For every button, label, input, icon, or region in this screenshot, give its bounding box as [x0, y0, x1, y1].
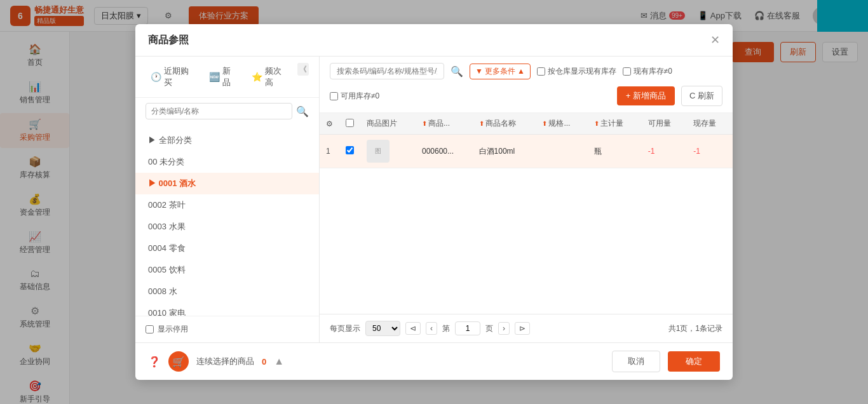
star-icon: ⭐	[252, 72, 262, 82]
row-num: 1	[320, 135, 339, 168]
product-search-input[interactable]	[330, 63, 444, 79]
modal-body: 🕐 近期购买 🆕 新品 ⭐ 频次高 《 🔍	[135, 57, 733, 342]
filter-more-button[interactable]: ▼ 更多条件 ▲	[470, 64, 531, 79]
sort-icon-code: ⬆	[422, 120, 427, 127]
modal-header: 商品参照 ✕	[135, 24, 733, 57]
category-list: ▶ 全部分类 00 未分类 ▶ 0001 酒水 0002 茶叶 0003 水果	[135, 125, 319, 316]
footer-collapse-button[interactable]: ▲	[274, 356, 284, 367]
category-search-button[interactable]: 🔍	[296, 105, 309, 118]
category-item-unclassified[interactable]: 00 未分类	[135, 151, 319, 173]
product-image: 图	[367, 140, 390, 163]
th-spec[interactable]: ⬆ 规格...	[536, 113, 588, 135]
product-search-button[interactable]: 🔍	[451, 65, 463, 77]
category-item-tea[interactable]: 0002 茶叶	[135, 194, 319, 216]
row-spec	[536, 135, 588, 168]
th-name[interactable]: ⬆ 商品名称	[473, 113, 536, 135]
product-reference-modal: 商品参照 ✕ 🕐 近期购买 🆕 新品 ⭐ 频次高	[135, 24, 733, 380]
category-item-liquor[interactable]: ▶ 0001 酒水	[135, 173, 319, 194]
category-item-beverage[interactable]: 0005 饮料	[135, 259, 319, 281]
prev-page-button[interactable]: ‹	[426, 322, 437, 335]
new-icon: 🆕	[209, 72, 220, 82]
category-item-snack[interactable]: 0004 零食	[135, 238, 319, 259]
category-search-area: 🔍	[135, 98, 319, 125]
th-available: 可用量	[642, 113, 688, 135]
modal-right-panel: 🔍 ▼ 更多条件 ▲ 按仓库显示现有库存 现有库存≠0	[320, 57, 733, 342]
collapse-panel-button[interactable]: 《	[297, 63, 309, 76]
modal-footer: ❓ 🛒 连续选择的商品 0 ▲ 取消 确定	[135, 342, 733, 380]
table-header-row: ⚙ 商品图片 ⬆ 商品...	[320, 113, 733, 135]
row-code: 000600...	[416, 135, 473, 168]
th-unit[interactable]: ⬆ 主计量	[588, 113, 641, 135]
th-stock: 现存量	[687, 113, 733, 135]
row-unit: 瓶	[588, 135, 641, 168]
usable-stock-checkbox[interactable]: 可用库存≠0	[330, 91, 379, 102]
row-checkbox[interactable]	[339, 135, 360, 168]
row-available: -1	[642, 135, 688, 168]
table-row[interactable]: 1 图 000600... 白酒100ml 瓶 -1 -1	[320, 135, 733, 168]
product-table: ⚙ 商品图片 ⬆ 商品...	[320, 113, 733, 168]
category-search-input[interactable]	[146, 103, 292, 119]
page-number-input[interactable]	[455, 321, 480, 335]
th-checkbox[interactable]	[339, 113, 360, 135]
row-image: 图	[360, 135, 416, 168]
selected-label: 连续选择的商品	[196, 356, 254, 367]
page-size-select[interactable]: 50 100 200	[365, 321, 400, 336]
row-stock: -1	[687, 135, 733, 168]
tab-frequent[interactable]: ⭐ 频次高	[247, 63, 292, 91]
row-name: 白酒100ml	[473, 135, 536, 168]
warehouse-display-checkbox[interactable]: 按仓库显示现有库存	[537, 66, 616, 77]
pagination-bar: 每页显示 50 100 200 ⊲ ‹ 第 页 › ⊳ 共1页，1条记录	[320, 314, 733, 342]
category-item-water[interactable]: 0008 水	[135, 281, 319, 302]
tab-new-product[interactable]: 🆕 新品	[204, 63, 241, 91]
clock-icon: 🕐	[151, 72, 161, 82]
page-total-info: 共1页，1条记录	[668, 323, 722, 334]
first-page-button[interactable]: ⊲	[405, 322, 421, 335]
show-disabled-checkbox[interactable]	[146, 325, 154, 333]
cart-icon[interactable]: 🛒	[168, 351, 189, 372]
sort-icon-spec: ⬆	[542, 120, 547, 127]
available-stock-checkbox[interactable]: 现有库存≠0	[623, 66, 672, 77]
tab-recent-buy[interactable]: 🕐 近期购买	[146, 63, 199, 91]
help-icon[interactable]: ❓	[148, 356, 161, 368]
category-item-appliance[interactable]: 0010 家电	[135, 302, 319, 316]
next-page-button[interactable]: ›	[498, 322, 510, 335]
modal-left-panel: 🕐 近期购买 🆕 新品 ⭐ 频次高 《 🔍	[135, 57, 320, 342]
th-code[interactable]: ⬆ 商品...	[416, 113, 473, 135]
cancel-button[interactable]: 取消	[612, 351, 660, 372]
confirm-button[interactable]: 确定	[668, 351, 720, 372]
modal-title: 商品参照	[148, 34, 710, 47]
modal-toolbar: 🔍 ▼ 更多条件 ▲ 按仓库显示现有库存 现有库存≠0	[320, 57, 733, 113]
select-all-checkbox[interactable]	[346, 119, 354, 127]
product-table-container: ⚙ 商品图片 ⬆ 商品...	[320, 113, 733, 314]
show-disabled-area: 显示停用	[135, 316, 319, 342]
selected-count: 0	[262, 357, 266, 367]
table-refresh-button[interactable]: C 刷新	[681, 86, 722, 106]
modal-overlay: 商品参照 ✕ 🕐 近期购买 🆕 新品 ⭐ 频次高	[0, 0, 868, 404]
sort-icon-unit: ⬆	[594, 120, 599, 127]
category-item-fruit[interactable]: 0003 水果	[135, 216, 319, 238]
add-product-button[interactable]: + 新增商品	[617, 86, 675, 105]
sort-icon-name: ⬆	[479, 120, 484, 127]
category-item-all[interactable]: ▶ 全部分类	[135, 130, 319, 151]
filter-icon: ▼	[475, 67, 483, 76]
th-settings: ⚙	[320, 113, 339, 135]
chevron-up-icon: ▲	[517, 67, 525, 76]
modal-left-tabs: 🕐 近期购买 🆕 新品 ⭐ 频次高 《	[135, 57, 319, 98]
th-image: 商品图片	[360, 113, 416, 135]
modal-close-button[interactable]: ✕	[710, 33, 720, 47]
last-page-button[interactable]: ⊳	[515, 322, 530, 335]
